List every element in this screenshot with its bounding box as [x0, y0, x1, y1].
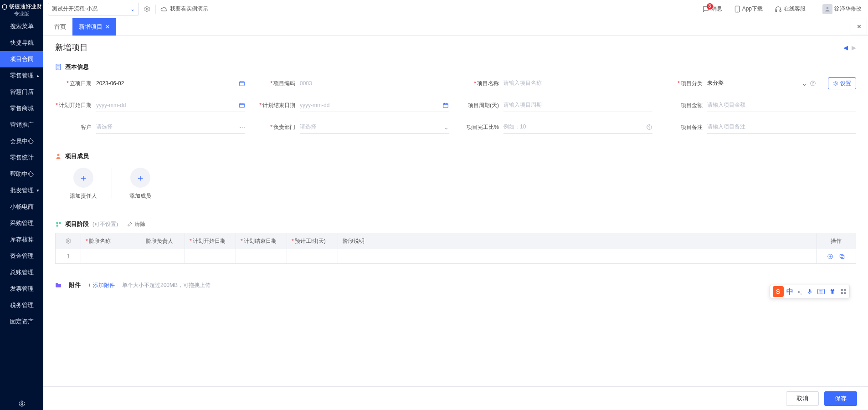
save-button[interactable]: 保存 [824, 391, 857, 406]
sidebar-item-marketing[interactable]: 营销推广 [0, 117, 43, 133]
headset-icon [775, 5, 782, 13]
ime-keyboard-icon[interactable] [817, 289, 825, 294]
ime-skin-icon[interactable] [829, 288, 836, 295]
svg-rect-11 [240, 103, 245, 107]
sidebar-item-fixed-assets[interactable]: 固定资产 [0, 313, 43, 330]
cell-hours[interactable] [287, 249, 338, 263]
proj-category-select[interactable]: 未分类 ⌄ [707, 77, 807, 90]
stage-icon [55, 221, 62, 227]
sidebar-item-retail-mgmt[interactable]: 零售管理▲ [0, 67, 43, 84]
sidebar-item-retail-stats[interactable]: 零售统计 [0, 149, 43, 166]
proj-code-input[interactable]: 0003 [300, 77, 449, 90]
sidebar-item-membership[interactable]: 会员中心 [0, 133, 43, 149]
cell-ops [817, 249, 856, 263]
field-proj-category: *项目分类 未分类 ⌄ 设置 [666, 77, 856, 90]
help-icon[interactable] [646, 124, 652, 130]
more-icon[interactable]: ⋯ [239, 123, 245, 130]
sidebar-item-purchase[interactable]: 采购管理 [0, 215, 43, 231]
cell-end[interactable] [236, 249, 287, 263]
done-pct-input[interactable]: 例如：10 [503, 120, 652, 134]
plan-start-input[interactable]: yyyy-mm-dd [96, 98, 245, 112]
svg-point-14 [57, 154, 60, 156]
add-member-button[interactable]: ＋ [130, 168, 150, 188]
add-owner-button[interactable]: ＋ [73, 168, 93, 188]
sidebar-item-xiaochang-ecom[interactable]: 小畅电商 [0, 199, 43, 215]
ime-voice-icon[interactable] [806, 288, 813, 295]
cell-name[interactable] [81, 249, 141, 263]
sidebar-item-wholesale[interactable]: 批发管理▼ [0, 182, 43, 199]
ime-more-icon[interactable] [840, 288, 847, 295]
category-settings-button[interactable]: 设置 [828, 77, 856, 89]
prev-record-icon[interactable]: ◀ [843, 44, 848, 51]
app-download-button[interactable]: App下载 [734, 5, 763, 13]
ime-toolbar[interactable]: S 中 •, [770, 285, 850, 298]
sidebar-item-invoice[interactable]: 发票管理 [0, 281, 43, 297]
tenant-settings-icon[interactable] [144, 5, 151, 13]
svg-rect-27 [844, 292, 846, 294]
proj-name-input[interactable]: 请输入项目名称 [503, 77, 652, 90]
remark-input[interactable]: 请输入项目备注 [707, 120, 856, 134]
sidebar-item-quicknav[interactable]: 快捷导航 [0, 35, 43, 51]
sidebar-item-ledger[interactable]: 总账管理 [0, 264, 43, 281]
section-attach: 附件 + 添加附件 单个大小不超过200MB，可拖拽上传 [51, 277, 860, 294]
sidebar-item-retail-mall[interactable]: 零售商城 [0, 100, 43, 117]
plan-end-input[interactable]: yyyy-mm-dd [300, 98, 449, 112]
section-attach-title: 附件 [69, 281, 81, 289]
calendar-icon[interactable] [442, 102, 449, 108]
demo-link-label: 我要看实例演示 [170, 5, 208, 13]
calendar-icon[interactable] [239, 102, 245, 108]
cell-desc[interactable] [338, 249, 817, 263]
tab-home[interactable]: 首页 [48, 18, 72, 36]
close-all-tabs-button[interactable]: ✕ [851, 19, 867, 35]
footer: 取消 保存 [43, 386, 868, 410]
sidebar-settings-icon[interactable] [0, 400, 43, 407]
add-row-icon[interactable] [827, 253, 833, 260]
brand-name: 畅捷通好业财 [9, 3, 42, 10]
close-icon[interactable]: ✕ [105, 24, 110, 30]
field-dept: *负责部门 请选择 ⌄ [259, 120, 449, 134]
messages-badge: 8 [707, 3, 713, 10]
customer-select[interactable]: 请选择 ⋯ [96, 120, 245, 134]
th-desc: 阶段说明 [338, 233, 817, 249]
online-service-button[interactable]: 在线客服 [775, 5, 806, 13]
demo-link[interactable]: 我要看实例演示 [160, 5, 208, 13]
calendar-icon[interactable] [239, 80, 245, 87]
brand-logo: 畅捷通好业财 专业版 [0, 0, 43, 18]
amount-input[interactable]: 请输入项目金额 [707, 98, 856, 112]
tab-new-project[interactable]: 新增项目 ✕ [72, 18, 116, 36]
user-menu[interactable]: 徐泽华修改 [822, 4, 862, 14]
section-basic: 基本信息 *立项日期 2023-06-02 *项目编码 000 [51, 60, 860, 137]
sidebar-item-search[interactable]: 搜索菜单 [0, 18, 43, 35]
gear-icon [833, 81, 838, 86]
th-ops: 操作 [817, 233, 856, 249]
avatar [822, 4, 832, 14]
sidebar-item-tax[interactable]: 税务管理 [0, 297, 43, 313]
help-icon[interactable] [810, 80, 816, 87]
cell-owner[interactable] [141, 249, 185, 263]
svg-rect-21 [840, 254, 843, 257]
sidebar-item-help-center[interactable]: 帮助中心 [0, 166, 43, 182]
proj-date-input[interactable]: 2023-06-02 [96, 77, 245, 90]
tenant-select[interactable]: 测试分开流程-小况 ⌄ [48, 3, 139, 15]
clear-stages-button[interactable]: 清除 [127, 220, 145, 228]
cancel-button[interactable]: 取消 [786, 391, 819, 406]
column-settings-header[interactable] [56, 233, 81, 249]
attach-hint: 单个大小不超过200MB，可拖拽上传 [122, 282, 211, 289]
ime-lang-toggle[interactable]: 中 [786, 287, 793, 296]
section-stages-title: 项目阶段 [65, 220, 89, 228]
copy-row-icon[interactable] [839, 253, 845, 260]
th-owner: 阶段负责人 [141, 233, 185, 249]
next-record-icon[interactable]: ▶ [852, 44, 856, 51]
ime-punct-icon[interactable]: •, [798, 288, 802, 296]
period-input[interactable]: 请输入项目周期 [503, 98, 652, 112]
messages-button[interactable]: 8 消息 [702, 5, 722, 13]
field-plan-start: *计划开始日期 yyyy-mm-dd [55, 98, 245, 112]
field-done-pct: 项目完工比% 例如：10 [462, 120, 652, 134]
cell-start[interactable] [185, 249, 236, 263]
sidebar-item-smart-store[interactable]: 智慧门店 [0, 84, 43, 100]
sidebar-item-funds[interactable]: 资金管理 [0, 248, 43, 264]
sidebar-item-inventory[interactable]: 库存核算 [0, 231, 43, 248]
dept-select[interactable]: 请选择 ⌄ [300, 120, 449, 134]
add-attachment-button[interactable]: + 添加附件 [88, 282, 115, 289]
sidebar-item-project-contract[interactable]: 项目合同 [0, 51, 43, 67]
